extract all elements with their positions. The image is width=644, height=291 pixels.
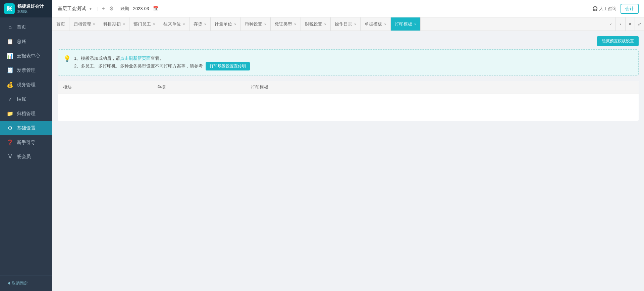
period-value: 2023-03 bbox=[133, 6, 149, 11]
sidebar-footer[interactable]: ◀ 取消固定 bbox=[0, 276, 52, 291]
sidebar-item-ledger[interactable]: 📋总账 bbox=[0, 34, 52, 49]
tab-计量单位[interactable]: 计量单位× bbox=[211, 17, 240, 31]
sidebar-item-tax[interactable]: 💰税务管理 bbox=[0, 78, 52, 92]
info-line1-prefix: 1、模板添加成功后，请 bbox=[74, 56, 120, 61]
info-text-area: 1、模板添加成功后，请点击刷新新页面查看。 2、多员工、多打印机、多种业务类型设… bbox=[74, 54, 633, 70]
tabbar: 首页归档管理×科目期初×部门员工×往来单位×存货×计量单位×币种设置×凭证类型×… bbox=[52, 17, 644, 31]
tab-label: 凭证类型 bbox=[275, 21, 292, 27]
account-button[interactable]: 会计 bbox=[621, 4, 639, 14]
nav-label-checkout: 结账 bbox=[17, 96, 26, 102]
tab-label: 归档管理 bbox=[73, 21, 91, 27]
main-area: 基层工会测试 ▼ | + ⚙ 账期 2023-03 📅 🎧 人工咨询 会计 首页… bbox=[52, 0, 644, 291]
print-scene-button[interactable]: 打印场景设置宣传明 bbox=[206, 62, 250, 70]
tab-close-icon[interactable]: × bbox=[264, 22, 266, 26]
nav-label-reports: 云报表中心 bbox=[17, 53, 40, 59]
sidebar-item-checkout[interactable]: ✓结账 bbox=[0, 92, 52, 106]
tab-close-icon[interactable]: × bbox=[324, 22, 326, 26]
period-label: 账期 bbox=[120, 6, 129, 12]
tab-科目期初[interactable]: 科目期初× bbox=[99, 17, 129, 31]
headset-icon: 🎧 bbox=[592, 6, 598, 11]
tab-expand-button[interactable]: ⤢ bbox=[635, 17, 644, 31]
tab-打印模板[interactable]: 打印模板× bbox=[391, 17, 421, 31]
nav-label-archive: 归档管理 bbox=[17, 111, 36, 117]
tab-close-icon[interactable]: × bbox=[93, 22, 95, 26]
tab-close-icon[interactable]: × bbox=[123, 22, 125, 26]
tab-close-icon[interactable]: × bbox=[183, 22, 185, 26]
sidebar-item-member[interactable]: V畅会员 bbox=[0, 150, 52, 164]
sidebar-item-reports[interactable]: 📊云报表中心 bbox=[0, 49, 52, 63]
data-table: 模块 单据 打印模板 bbox=[58, 81, 639, 121]
nav-label-tax: 税务管理 bbox=[17, 82, 36, 88]
tab-label: 存货 bbox=[194, 21, 202, 27]
nav-icon-reports: 📊 bbox=[7, 53, 13, 59]
tab-close-icon[interactable]: × bbox=[204, 22, 206, 26]
sidebar: 账 畅捷通好会计 旗舰版 ⌂首页📋总账📊云报表中心🧾发票管理💰税务管理✓结账📁归… bbox=[0, 0, 52, 291]
service-label: 人工咨询 bbox=[599, 6, 616, 12]
info-line2-prefix: 2、多员工、多打印机、多种业务类型设置不同打印方案等，请参考 bbox=[74, 63, 203, 68]
tab-close-icon[interactable]: × bbox=[354, 22, 356, 26]
nav-icon-member: V bbox=[7, 154, 13, 160]
tab-label: 币种设置 bbox=[245, 21, 262, 27]
tab-财税设置[interactable]: 财税设置× bbox=[301, 17, 331, 31]
nav-icon-tax: 💰 bbox=[7, 82, 13, 88]
tab-首页[interactable]: 首页 bbox=[52, 17, 69, 31]
info-line-1: 1、模板添加成功后，请点击刷新新页面查看。 bbox=[74, 54, 633, 62]
tab-label: 财税设置 bbox=[305, 21, 322, 27]
add-tab-icon[interactable]: + bbox=[102, 6, 105, 12]
tab-存货[interactable]: 存货× bbox=[190, 17, 211, 31]
nav-label-settings: 基础设置 bbox=[17, 125, 36, 131]
table-header-document: 单据 bbox=[152, 81, 246, 94]
tab-close-icon[interactable]: × bbox=[153, 22, 155, 26]
calendar-icon[interactable]: 📅 bbox=[153, 6, 158, 11]
tab-label: 部门员工 bbox=[133, 21, 151, 27]
tab-close-icon[interactable]: × bbox=[414, 22, 416, 26]
tab-close-icon[interactable]: × bbox=[384, 22, 386, 26]
tab-label: 单据模板 bbox=[365, 21, 382, 27]
tab-操作日志[interactable]: 操作日志× bbox=[331, 17, 361, 31]
sidebar-item-archive[interactable]: 📁归档管理 bbox=[0, 106, 52, 121]
tab-label: 科目期初 bbox=[103, 21, 121, 27]
sidebar-item-home[interactable]: ⌂首页 bbox=[0, 20, 52, 34]
nav-icon-ledger: 📋 bbox=[7, 38, 13, 45]
tab-scroll-left-button[interactable]: ‹ bbox=[606, 17, 616, 31]
table-body bbox=[58, 94, 639, 121]
tab-label: 首页 bbox=[56, 21, 65, 27]
action-bar: 隐藏预置模板设置 bbox=[58, 36, 639, 46]
sidebar-item-guide[interactable]: ❓新手引导 bbox=[0, 135, 52, 150]
tab-label: 往来单位 bbox=[163, 21, 181, 27]
nav-label-invoice: 发票管理 bbox=[17, 67, 36, 74]
table-header-template: 打印模板 bbox=[246, 81, 639, 94]
sidebar-nav: ⌂首页📋总账📊云报表中心🧾发票管理💰税务管理✓结账📁归档管理⚙基础设置❓新手引导… bbox=[0, 17, 52, 276]
sidebar-item-invoice[interactable]: 🧾发票管理 bbox=[0, 63, 52, 78]
topbar-left: 基层工会测试 ▼ | + ⚙ 账期 2023-03 📅 bbox=[58, 5, 592, 12]
info-bulb-icon: 💡 bbox=[63, 55, 71, 62]
tab-单据模板[interactable]: 单据模板× bbox=[361, 17, 390, 31]
table-header-module: 模块 bbox=[58, 81, 152, 94]
tab-币种设置[interactable]: 币种设置× bbox=[241, 17, 271, 31]
settings-gear-icon[interactable]: ⚙ bbox=[109, 5, 114, 12]
nav-icon-invoice: 🧾 bbox=[7, 67, 13, 74]
tab-close-icon[interactable]: × bbox=[234, 22, 236, 26]
service-button[interactable]: 🎧 人工咨询 bbox=[592, 6, 616, 12]
tab-close-icon[interactable]: × bbox=[294, 22, 296, 26]
table-header: 模块 单据 打印模板 bbox=[58, 81, 639, 94]
tab-归档管理[interactable]: 归档管理× bbox=[69, 17, 99, 31]
tab-部门员工[interactable]: 部门员工× bbox=[129, 17, 159, 31]
hide-template-button[interactable]: 隐藏预置模板设置 bbox=[597, 36, 639, 46]
info-line1-suffix: 查看。 bbox=[151, 56, 164, 61]
logo-text-area: 畅捷通好会计 旗舰版 bbox=[17, 4, 44, 14]
tab-close-all-button[interactable]: ✕ bbox=[625, 17, 635, 31]
sidebar-item-settings[interactable]: ⚙基础设置 bbox=[0, 121, 52, 135]
refresh-link[interactable]: 点击刷新新页面 bbox=[120, 56, 151, 61]
nav-label-ledger: 总账 bbox=[17, 39, 26, 45]
nav-label-guide: 新手引导 bbox=[17, 140, 36, 146]
nav-label-member: 畅会员 bbox=[17, 154, 31, 160]
tab-往来单位[interactable]: 往来单位× bbox=[159, 17, 189, 31]
company-dropdown-icon[interactable]: ▼ bbox=[89, 6, 93, 11]
topbar-right: 🎧 人工咨询 会计 bbox=[592, 4, 639, 14]
tab-凭证类型[interactable]: 凭证类型× bbox=[271, 17, 301, 31]
tab-label: 操作日志 bbox=[335, 21, 352, 27]
nav-label-home: 首页 bbox=[17, 24, 26, 30]
tab-scroll-right-button[interactable]: › bbox=[616, 17, 625, 31]
logo-area: 账 畅捷通好会计 旗舰版 bbox=[0, 0, 52, 17]
